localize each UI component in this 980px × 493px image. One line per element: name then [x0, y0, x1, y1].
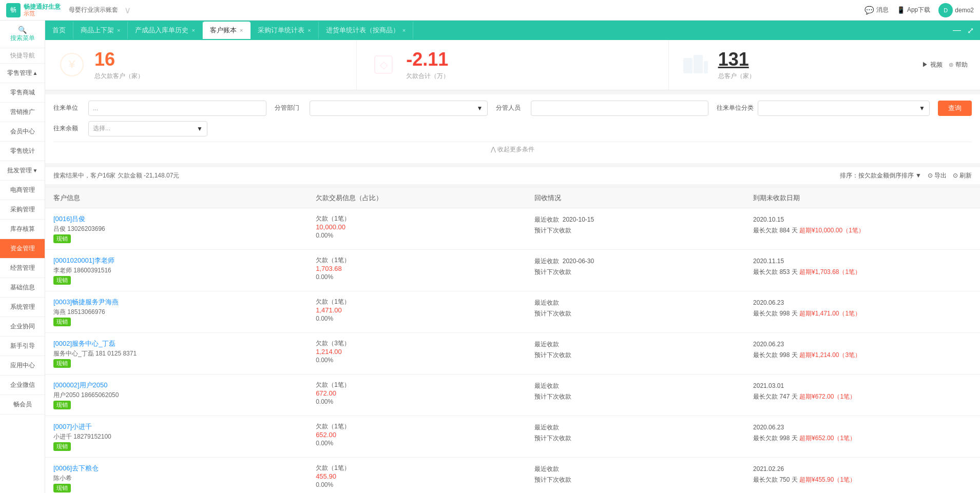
- customer-unit-label: 往来单位: [53, 104, 84, 112]
- debt-info-cell: 欠款（1笔） 455.90 0.00%: [316, 464, 534, 488]
- maximize-btn[interactable]: ⤢: [965, 26, 976, 35]
- department-select[interactable]: ▼: [310, 101, 488, 116]
- sidebar-item-marketing[interactable]: 营销推广: [0, 103, 45, 122]
- stat-content-2: -2.11 欠款合计（万）: [406, 49, 656, 81]
- results-summary: 搜索结果中，客户16家 欠款金额 -21,148.07元: [53, 171, 179, 180]
- sidebar-item-quick-nav[interactable]: 快捷导航: [0, 48, 45, 64]
- debt-amount: 10,000.00: [316, 223, 534, 231]
- tab-close-customer[interactable]: ×: [240, 27, 243, 33]
- customer-unit-input[interactable]: ...: [88, 101, 266, 116]
- app-subtitle: 示范: [24, 10, 61, 17]
- export-btn[interactable]: ⊙ 导出: [928, 171, 947, 180]
- message-btn[interactable]: 💬 消息: [864, 6, 889, 15]
- filter-row-2: 往来余额 选择... ▼: [53, 121, 972, 136]
- sidebar-item-retail-mall[interactable]: 零售商城: [0, 83, 45, 103]
- customer-name-link[interactable]: [0003]畅捷服务尹海燕: [53, 298, 119, 306]
- results-actions: 排序：按欠款金额倒序排序 ▼ ⊙ 导出 ⊙ 刷新: [840, 171, 972, 180]
- debt-count: 欠款（3笔）: [316, 339, 534, 348]
- customer-info-cell: [0002]服务中心_丁磊 服务中心_丁磊 181 0125 8371 现销: [53, 339, 316, 368]
- expand-icon-2: ▼: [33, 168, 38, 173]
- search-btn[interactable]: 查询: [938, 101, 972, 116]
- tab-home-label: 首页: [52, 26, 66, 35]
- tab-close-production[interactable]: ×: [191, 27, 195, 33]
- customer-name-link[interactable]: [0006]去下粮仓: [53, 464, 99, 472]
- sidebar-item-app-center[interactable]: 应用中心: [0, 356, 45, 376]
- table-row: [0003]畅捷服务尹海燕 海燕 18513066976 现销 欠款（1笔） 1…: [45, 291, 980, 333]
- collection-cell: 最近收款 预计下次收款: [534, 381, 753, 403]
- customer-phone: 李老师 18600391516: [53, 266, 316, 275]
- sidebar-item-basic-info[interactable]: 基础信息: [0, 278, 45, 298]
- play-icon: ▶: [922, 61, 928, 68]
- tab-home[interactable]: 首页: [45, 22, 73, 39]
- tab-inbound-stats[interactable]: 进货单统计表（按商品） ×: [319, 22, 413, 39]
- unit-category-label: 往来单位分类: [717, 104, 754, 112]
- tab-close-products[interactable]: ×: [117, 27, 120, 33]
- help-btn[interactable]: ⊙ 帮助: [949, 61, 968, 69]
- tab-production[interactable]: 产成品入库单历史 ×: [128, 22, 202, 39]
- overdue-link[interactable]: 超期¥652.00（1笔）: [799, 435, 856, 442]
- debt-info-cell: 欠款（1笔） 1,703.68 0.00%: [316, 256, 534, 281]
- tab-purchase-stats[interactable]: 采购订单统计表 ×: [251, 22, 318, 39]
- sort-selector[interactable]: 排序：按欠款金额倒序排序 ▼: [840, 171, 921, 180]
- tab-products[interactable]: 商品上下架 ×: [73, 22, 128, 39]
- sidebar-item-member[interactable]: 会员中心: [0, 122, 45, 142]
- sidebar-item-retail-stats[interactable]: 零售统计: [0, 142, 45, 161]
- sidebar-item-ecommerce[interactable]: 电商管理: [0, 181, 45, 200]
- app-download-btn[interactable]: 📱 App下载: [897, 6, 930, 14]
- customer-name-link[interactable]: [0016]吕俊: [53, 215, 85, 223]
- tab-close-purchase-stats[interactable]: ×: [308, 27, 311, 33]
- stat-card-1: ¥ 16 总欠款客户（家）: [45, 40, 357, 90]
- sidebar-item-enterprise-wechat[interactable]: 企业微信: [0, 376, 45, 395]
- manager-label: 分管人员: [496, 104, 527, 112]
- sidebar-item-enterprise[interactable]: 企业协同: [0, 317, 45, 337]
- sidebar-item-search[interactable]: 🔍 搜索菜单: [0, 21, 45, 48]
- table-header: 客户信息 欠款交易信息（占比） 回收情况 到期未收款日期: [45, 188, 980, 208]
- minimize-btn[interactable]: —: [951, 26, 963, 35]
- overdue-link[interactable]: 超期¥1,471.00（1笔）: [799, 310, 861, 317]
- sidebar-item-system[interactable]: 系统管理: [0, 298, 45, 317]
- manager-input[interactable]: [531, 101, 709, 116]
- sidebar-item-finance[interactable]: 资金管理: [0, 239, 45, 259]
- refresh-btn[interactable]: ⊙ 刷新: [953, 171, 972, 180]
- tab-close-inbound-stats[interactable]: ×: [402, 27, 406, 33]
- tab-production-label: 产成品入库单历史: [135, 26, 188, 35]
- table-row: [0007]小进千 小进千 18279152100 现销 欠款（1笔） 652.…: [45, 416, 980, 458]
- customer-phone: 服务中心_丁磊 181 0125 8371: [53, 349, 316, 358]
- sidebar-item-guide[interactable]: 新手引导: [0, 337, 45, 356]
- results-bar: 搜索结果中，客户16家 欠款金额 -21,148.07元 排序：按欠款金额倒序排…: [45, 167, 980, 184]
- customer-info-cell: [0006]去下粮仓 陈小希 现销: [53, 464, 316, 492]
- top-bar-right: 💬 消息 📱 App下载 D demo2: [864, 3, 974, 17]
- overdue-link[interactable]: 超期¥672.00（1笔）: [799, 393, 856, 400]
- user-menu[interactable]: D demo2: [938, 3, 974, 17]
- customer-name-link[interactable]: [0002]服务中心_丁磊: [53, 340, 116, 347]
- collection-cell: 最近收款 预计下次收款: [534, 298, 753, 320]
- unit-category-select[interactable]: ▼: [758, 101, 930, 116]
- sidebar-item-operation[interactable]: 经营管理: [0, 259, 45, 278]
- sidebar-item-retail-mgmt[interactable]: 零售管理 ▲: [0, 64, 45, 83]
- overdue-link[interactable]: 超期¥455.90（1笔）: [799, 476, 856, 483]
- chevron-down-icon-2: ▼: [919, 105, 925, 112]
- view-btn[interactable]: ▶ 视频: [922, 61, 942, 69]
- collapse-bar[interactable]: ⋀ 收起更多条件: [53, 142, 972, 157]
- debt-info-cell: 欠款（1笔） 672.00 0.00%: [316, 381, 534, 405]
- customer-tag: 现销: [53, 234, 71, 243]
- top-bar-left: 畅 畅捷通好生意 示范 母婴行业演示账套 ∨: [6, 3, 133, 17]
- sidebar-item-batch-mgmt[interactable]: 批发管理 ▼: [0, 161, 45, 181]
- company-name: 母婴行业演示账套: [69, 6, 118, 14]
- col-customer-info: 客户信息: [53, 193, 316, 203]
- overdue-link[interactable]: 超期¥1,703.68（1笔）: [799, 268, 861, 275]
- tab-bar: 首页 商品上下架 × 产成品入库单历史 × 客户账本 × 采购订单统计表 × 进…: [45, 21, 980, 40]
- customer-name-link[interactable]: [000002]用户2050: [53, 381, 108, 389]
- overdue-link[interactable]: 超期¥1,214.00（3笔）: [799, 351, 861, 359]
- customer-name-link[interactable]: [0001020001]李老师: [53, 257, 114, 264]
- sidebar-item-member-plus[interactable]: 畅会员: [0, 395, 45, 415]
- sidebar-item-inventory[interactable]: 库存核算: [0, 220, 45, 239]
- remaining-select[interactable]: 选择... ▼: [88, 121, 207, 136]
- overdue-cell: 2021.03.01 最长欠款 747 天 超期¥672.00（1笔）: [753, 381, 972, 403]
- sidebar-item-purchase-mgmt[interactable]: 采购管理: [0, 200, 45, 220]
- tab-customer[interactable]: 客户账本 ×: [203, 22, 251, 39]
- avatar: D: [938, 3, 953, 17]
- overdue-link[interactable]: 超期¥10,000.00（1笔）: [799, 227, 864, 234]
- table-row: [000002]用户2050 用户2050 18665062050 现销 欠款（…: [45, 374, 980, 416]
- customer-name-link[interactable]: [0007]小进千: [53, 423, 92, 430]
